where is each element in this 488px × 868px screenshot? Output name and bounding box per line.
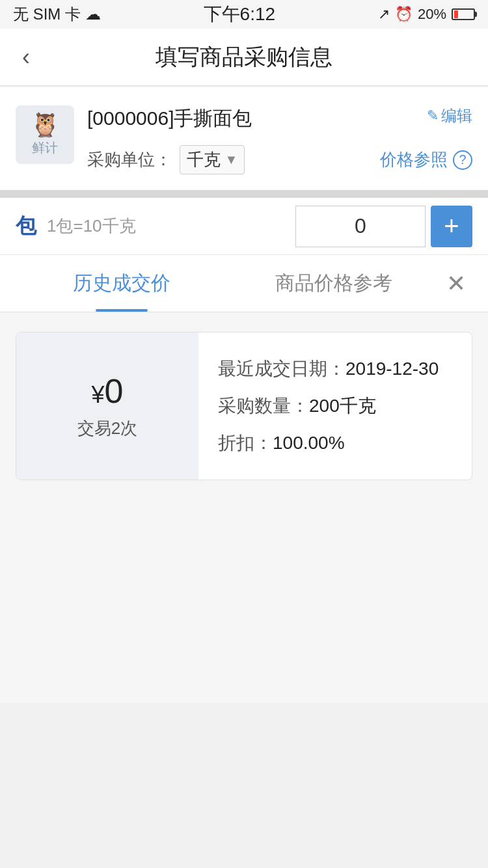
- recent-date-row: 最近成交日期：2019-12-30: [218, 356, 452, 381]
- battery-icon: [452, 8, 475, 20]
- page-title: 填写商品采购信息: [156, 42, 332, 72]
- qty-plus-button[interactable]: +: [431, 206, 472, 247]
- product-header: 🦉 鲜计 [0000006]手撕面包 ✎ 编辑 采购单位： 千克 ▼: [16, 105, 472, 174]
- main-content: ¥0 交易2次 最近成交日期：2019-12-30 采购数量：200千克 折扣：…: [0, 312, 488, 703]
- tab-history-price-label: 历史成交价: [73, 270, 170, 297]
- card-left: ¥0 交易2次: [16, 332, 198, 480]
- quantity-row: 包 1包=10千克 0 +: [0, 198, 488, 255]
- product-thumbnail-icon: 🦉: [31, 113, 60, 137]
- purchase-qty-row: 采购数量：200千克: [218, 393, 452, 418]
- battery-fill: [454, 10, 458, 18]
- qty-controls: 0 +: [295, 206, 472, 247]
- location-icon: ↗: [378, 6, 390, 23]
- tabs-close-button[interactable]: ✕: [440, 264, 472, 304]
- price-value: 0: [105, 372, 124, 410]
- gray-divider: [0, 190, 488, 198]
- conversion-hint: 1包=10千克: [47, 215, 136, 237]
- tab-price-ref-label: 商品价格参考: [275, 270, 392, 297]
- recent-date-value: 2019-12-30: [346, 359, 439, 379]
- product-top-row: [0000006]手撕面包 ✎ 编辑: [87, 105, 472, 132]
- recent-date-label: 最近成交日期：: [218, 359, 346, 379]
- tabs-section: 历史成交价 商品价格参考 ✕: [0, 255, 488, 312]
- product-info: [0000006]手撕面包 ✎ 编辑 采购单位： 千克 ▼ 价格参照 ?: [87, 105, 472, 174]
- unit-select[interactable]: 千克 ▼: [180, 145, 245, 174]
- status-time: 下午6:12: [204, 2, 276, 27]
- trade-count: 交易2次: [77, 417, 137, 440]
- unit-arrow-icon: ▼: [224, 152, 237, 167]
- quantity-input[interactable]: 0: [295, 206, 426, 247]
- purchase-qty-value: 200千克: [309, 396, 376, 416]
- tab-active-underline: [96, 309, 148, 312]
- status-bar: 无 SIM 卡 ☁ 下午6:12 ↗ ⏰ 20%: [0, 0, 488, 29]
- product-unit-row: 采购单位： 千克 ▼ 价格参照 ?: [87, 145, 472, 174]
- status-right: ↗ ⏰ 20%: [378, 6, 475, 23]
- price-currency-symbol: ¥: [92, 381, 105, 408]
- price-ref-label: 价格参照: [380, 148, 448, 171]
- status-left: 无 SIM 卡 ☁: [13, 4, 101, 25]
- battery-tip: [475, 12, 477, 17]
- edit-label: 编辑: [441, 105, 472, 126]
- tab-history-price[interactable]: 历史成交价: [16, 255, 228, 312]
- product-section: 🦉 鲜计 [0000006]手撕面包 ✎ 编辑 采购单位： 千克 ▼: [0, 87, 488, 190]
- tab-price-ref[interactable]: 商品价格参考: [228, 255, 440, 312]
- battery-percent: 20%: [418, 6, 446, 23]
- price-ref-help-icon: ?: [453, 150, 472, 170]
- product-thumbnail-text: 鲜计: [32, 139, 58, 157]
- edit-icon: ✎: [427, 107, 439, 124]
- alarm-icon: ⏰: [395, 6, 413, 23]
- card-right: 最近成交日期：2019-12-30 采购数量：200千克 折扣：100.00%: [198, 332, 472, 480]
- purchase-qty-label: 采购数量：: [218, 396, 309, 416]
- product-thumbnail: 🦉 鲜计: [16, 105, 74, 164]
- back-button[interactable]: ‹: [16, 37, 36, 77]
- unit-label: 采购单位：: [87, 150, 172, 169]
- nav-bar: ‹ 填写商品采购信息: [0, 29, 488, 86]
- edit-button[interactable]: ✎ 编辑: [427, 105, 472, 126]
- product-name: [0000006]手撕面包: [87, 105, 252, 132]
- unit-value: 千克: [187, 148, 221, 171]
- price-ref-button[interactable]: 价格参照 ?: [380, 148, 472, 171]
- transaction-card: ¥0 交易2次 最近成交日期：2019-12-30 采购数量：200千克 折扣：…: [16, 332, 472, 480]
- discount-label: 折扣：: [218, 433, 273, 453]
- discount-row: 折扣：100.00%: [218, 430, 452, 455]
- discount-value: 100.00%: [273, 433, 345, 453]
- package-unit-label: 包: [16, 212, 36, 241]
- unit-selector-group: 采购单位： 千克 ▼: [87, 145, 245, 174]
- price-display: ¥0: [92, 372, 124, 411]
- sim-status: 无 SIM 卡 ☁: [13, 4, 101, 25]
